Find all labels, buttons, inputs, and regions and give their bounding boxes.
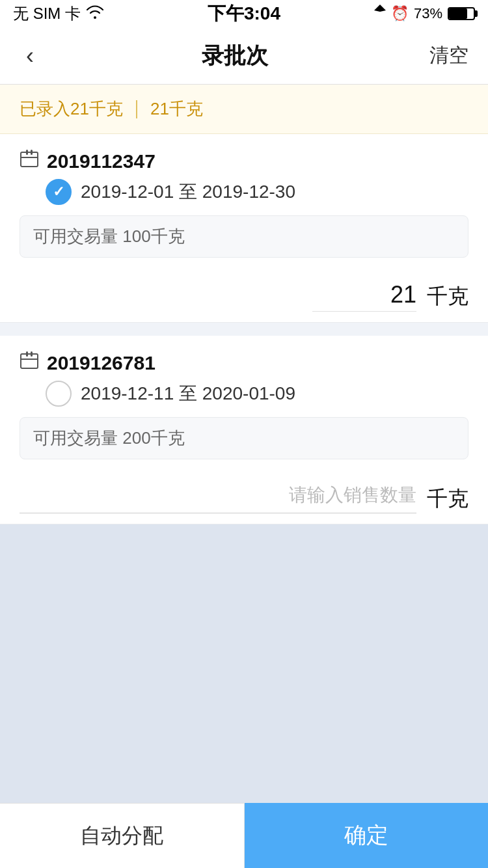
batch2-unit: 千克: [427, 485, 468, 513]
gray-area: [0, 524, 488, 811]
location-icon: [374, 5, 386, 23]
svg-rect-0: [21, 152, 38, 167]
bottom-bar: 自动分配 确定: [0, 803, 488, 868]
alarm-icon: ⏰: [391, 5, 409, 22]
svg-rect-1: [26, 150, 28, 155]
batch2-id: 2019126781: [47, 352, 156, 374]
auto-distribute-button[interactable]: 自动分配: [0, 803, 245, 868]
batch-item-2: 2019126781 2019-12-11 至 2020-01-09 可用交易量…: [0, 336, 488, 524]
back-button[interactable]: ‹: [20, 36, 40, 76]
batch1-unit: 千克: [427, 282, 468, 311]
svg-rect-6: [31, 351, 33, 357]
batch1-date-row: 2019-12-01 至 2019-12-30: [0, 179, 488, 215]
battery-bar: [448, 7, 475, 20]
svg-rect-5: [26, 351, 28, 357]
batch1-id: 2019112347: [47, 150, 156, 172]
batch1-icon: [20, 150, 39, 172]
status-bar: 无 SIM 卡 下午3:04 ⏰ 73%: [0, 0, 488, 27]
status-left: 无 SIM 卡: [13, 3, 104, 24]
battery-fill: [449, 8, 467, 19]
recorded-amount-label: 已录入21千克: [20, 98, 123, 120]
status-right: ⏰ 73%: [374, 5, 475, 23]
batch2-available: 可用交易量 200千克: [20, 417, 468, 459]
banner-divider: [136, 100, 137, 118]
batch1-radio[interactable]: [46, 179, 72, 205]
page-title: 录批次: [202, 41, 268, 71]
batch2-date: 2019-12-11 至 2020-01-09: [81, 381, 295, 406]
wifi-icon: [86, 5, 104, 23]
batch1-quantity-value: 21: [390, 281, 416, 308]
status-time: 下午3:04: [208, 1, 280, 26]
batch2-input-row: 请输入销售数量 千克: [0, 472, 488, 524]
clear-button[interactable]: 清空: [429, 42, 468, 69]
batch2-header: 2019126781: [0, 336, 488, 381]
amount-value: 21千克: [150, 98, 203, 120]
batch1-available: 可用交易量 100千克: [20, 215, 468, 258]
batch2-radio[interactable]: [46, 381, 72, 407]
nav-bar: ‹ 录批次 清空: [0, 27, 488, 85]
batch2-input-placeholder: 请输入销售数量: [289, 483, 416, 508]
batch1-date: 2019-12-01 至 2019-12-30: [81, 180, 295, 204]
info-banner: 已录入21千克 21千克: [0, 85, 488, 134]
battery-percent: 73%: [414, 5, 442, 22]
batch2-icon: [20, 351, 39, 374]
batch-separator: [0, 323, 488, 336]
batch-item-1: 2019112347 2019-12-01 至 2019-12-30 可用交易量…: [0, 134, 488, 323]
batch1-quantity-row: 21 千克: [0, 271, 488, 323]
carrier-text: 无 SIM 卡: [13, 3, 81, 24]
batch2-date-row: 2019-12-11 至 2020-01-09: [0, 381, 488, 417]
svg-rect-4: [21, 354, 38, 368]
confirm-button[interactable]: 确定: [245, 803, 489, 868]
batch1-header: 2019112347: [0, 134, 488, 179]
svg-rect-2: [31, 150, 33, 155]
